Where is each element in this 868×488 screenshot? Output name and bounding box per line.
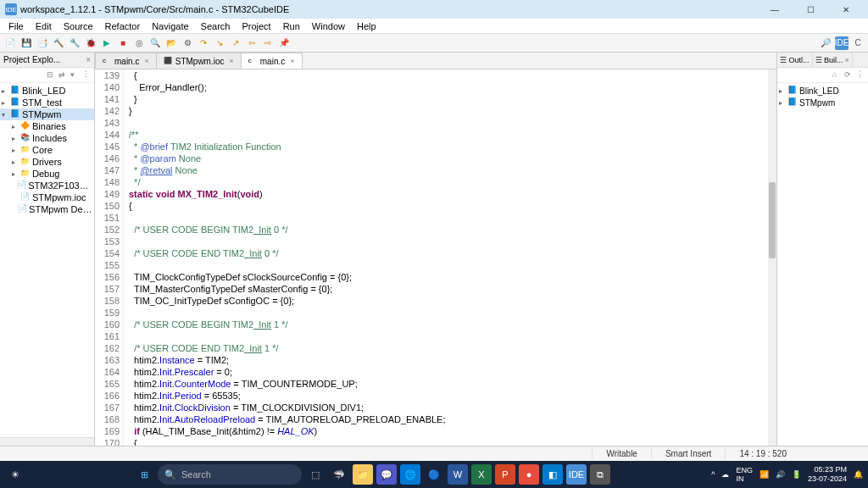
menu-search[interactable]: Search xyxy=(196,19,236,33)
code-body[interactable]: { Error_Handler(); } } /** * @brief TIM2… xyxy=(124,69,776,446)
menu-file[interactable]: File xyxy=(3,19,29,33)
start-icon[interactable]: ⊞ xyxy=(134,464,154,485)
save-all-icon[interactable]: 📑 xyxy=(36,36,49,50)
taskbar-search[interactable]: 🔍 Search xyxy=(158,464,302,485)
window-controls: — ☐ ✕ xyxy=(758,1,863,18)
settings-icon[interactable]: ⚙ xyxy=(181,36,194,50)
menu-run[interactable]: Run xyxy=(278,19,305,33)
shark-icon[interactable]: 🦈 xyxy=(329,464,349,485)
lang-indicator[interactable]: ENG IN xyxy=(736,466,753,483)
tab-close-icon[interactable]: × xyxy=(230,57,234,65)
weather-icon[interactable]: ☀ xyxy=(5,464,25,485)
perspective-c-icon[interactable]: C xyxy=(851,36,865,50)
tree-item[interactable]: ▸📚Includes xyxy=(0,132,94,144)
quick-access-icon[interactable]: 🔎 xyxy=(819,36,832,50)
step-into-icon[interactable]: ↘ xyxy=(213,36,226,50)
notifications-icon[interactable]: 🔔 xyxy=(854,470,863,479)
tree-item[interactable]: ▸📁Drivers xyxy=(0,156,94,168)
step-over-icon[interactable]: ↷ xyxy=(197,36,210,50)
cloud-icon[interactable]: ☁ xyxy=(721,470,729,479)
ide-icon[interactable]: IDE xyxy=(566,464,587,485)
code-editor[interactable]: 139 140 141 142 143 144 145 146 147 148 … xyxy=(95,69,776,446)
right-panel-toolbar: ⌂ ⟳ ⋮ xyxy=(777,68,868,83)
folder-icon[interactable]: 📂 xyxy=(164,36,178,50)
project-explorer-toolbar: ⊟ ⇄ ▾ ⋮ xyxy=(0,68,94,83)
tree-item[interactable]: 📄STM32F103C8TX_FLAS xyxy=(0,180,94,191)
vertical-scrollbar[interactable] xyxy=(768,69,776,446)
volume-icon[interactable]: 🔊 xyxy=(776,470,785,479)
wifi-icon[interactable]: 📶 xyxy=(760,470,769,479)
menu-project[interactable]: Project xyxy=(236,19,275,33)
wrench-icon[interactable]: 🔧 xyxy=(68,36,81,50)
task-view-icon[interactable]: ⬚ xyxy=(305,464,326,485)
editor-tab[interactable]: ⬛STMpwm.ioc× xyxy=(156,53,242,69)
word-icon[interactable]: W xyxy=(448,464,468,485)
status-writable: Writable xyxy=(592,449,651,458)
menu-help[interactable]: Help xyxy=(352,19,381,33)
project-tree[interactable]: ▸📘Blink_LED▸📘STM_test▾📘STMpwm▸🔶Binaries▸… xyxy=(0,83,94,217)
collapse-all-icon[interactable]: ⊟ xyxy=(47,70,57,80)
tree-item[interactable]: ▸📁Debug xyxy=(0,168,94,180)
tree-item[interactable]: ▸📁Core xyxy=(0,144,94,156)
excel-icon[interactable]: X xyxy=(471,464,492,485)
link-editor-icon[interactable]: ⇄ xyxy=(58,70,69,80)
serial-icon[interactable]: ⧉ xyxy=(590,464,610,485)
tree-item[interactable]: ▸📘Blink_LED xyxy=(777,85,868,97)
stop-icon[interactable]: ■ xyxy=(116,36,130,50)
filter-icon[interactable]: ▾ xyxy=(70,70,81,80)
right-tab[interactable]: ☰ Outl... xyxy=(777,53,813,67)
refresh-icon[interactable]: ⟳ xyxy=(844,70,854,80)
save-icon[interactable]: 💾 xyxy=(19,36,33,50)
editor-tab[interactable]: cmain.c× xyxy=(95,53,157,69)
tree-item[interactable]: 📄STMpwm Debug.laun xyxy=(0,203,94,215)
chrome-icon[interactable]: 🔵 xyxy=(424,464,444,485)
menu-source[interactable]: Source xyxy=(58,19,98,33)
run-icon[interactable]: ▶ xyxy=(100,36,114,50)
search-icon[interactable]: 🔍 xyxy=(148,36,162,50)
tree-item[interactable]: ▸📘Blink_LED xyxy=(0,85,94,97)
perspective-debug-icon[interactable]: IDE xyxy=(835,36,849,50)
tab-close-icon[interactable]: × xyxy=(290,57,294,65)
home-icon[interactable]: ⌂ xyxy=(832,70,843,80)
close-button[interactable]: ✕ xyxy=(829,1,863,18)
powerpoint-icon[interactable]: P xyxy=(495,464,515,485)
tree-item[interactable]: ▾📘STMpwm xyxy=(0,108,94,120)
right-tab[interactable]: ☰ Buil...× xyxy=(813,53,853,67)
scrollbar-thumb[interactable] xyxy=(769,182,776,258)
open-type-icon[interactable]: ◎ xyxy=(132,36,146,50)
back-icon[interactable]: ⇦ xyxy=(245,36,259,50)
minimize-button[interactable]: — xyxy=(758,1,792,18)
battery-icon[interactable]: 🔋 xyxy=(792,470,801,479)
maximize-button[interactable]: ☐ xyxy=(793,1,827,18)
teams-icon[interactable]: 💬 xyxy=(376,464,397,485)
menu-navigate[interactable]: Navigate xyxy=(147,19,193,33)
titlebar: IDE workspace_1.12.1 - STMpwm/Core/Src/m… xyxy=(0,0,868,19)
tree-item[interactable]: ▸🔶Binaries xyxy=(0,120,94,132)
new-icon[interactable]: 📄 xyxy=(3,36,17,50)
debug-icon[interactable]: 🐞 xyxy=(84,36,97,50)
step-return-icon[interactable]: ↗ xyxy=(229,36,242,50)
menu-window[interactable]: Window xyxy=(307,19,350,33)
tree-item[interactable]: ▸📘STMpwm xyxy=(777,97,868,108)
menu-edit[interactable]: Edit xyxy=(31,19,57,33)
tree-item[interactable]: ▸📘STM_test xyxy=(0,97,94,108)
vscode-icon[interactable]: ◧ xyxy=(542,464,563,485)
edge-icon[interactable]: 🌐 xyxy=(400,464,420,485)
panel-close-icon[interactable]: × xyxy=(86,55,91,64)
tab-close-icon[interactable]: × xyxy=(144,57,148,65)
forward-icon[interactable]: ⇨ xyxy=(261,36,275,50)
tree-item[interactable]: 📄STMpwm.ioc xyxy=(0,191,94,203)
explorer-icon[interactable]: 📁 xyxy=(353,464,373,485)
editor-tab[interactable]: cmain.c× xyxy=(241,53,303,69)
menu-refactor[interactable]: Refactor xyxy=(100,19,146,33)
build-targets-tree[interactable]: ▸📘Blink_LED▸📘STMpwm xyxy=(777,83,868,110)
windows-taskbar: ☀ ⊞ 🔍 Search ⬚ 🦈 📁 💬 🌐 🔵 W X P ● ◧ IDE ⧉… xyxy=(0,461,868,488)
chevron-up-icon[interactable]: ^ xyxy=(711,470,715,479)
app-icon[interactable]: ● xyxy=(519,464,539,485)
left-scrollbar[interactable] xyxy=(0,437,94,446)
hammer-icon[interactable]: 🔨 xyxy=(52,36,65,50)
taskbar-clock[interactable]: 05:23 PM 23-07-2024 xyxy=(808,465,847,484)
view-menu-icon[interactable]: ⋮ xyxy=(856,70,866,80)
view-menu-icon[interactable]: ⋮ xyxy=(82,70,92,80)
pin-icon[interactable]: 📌 xyxy=(277,36,291,50)
